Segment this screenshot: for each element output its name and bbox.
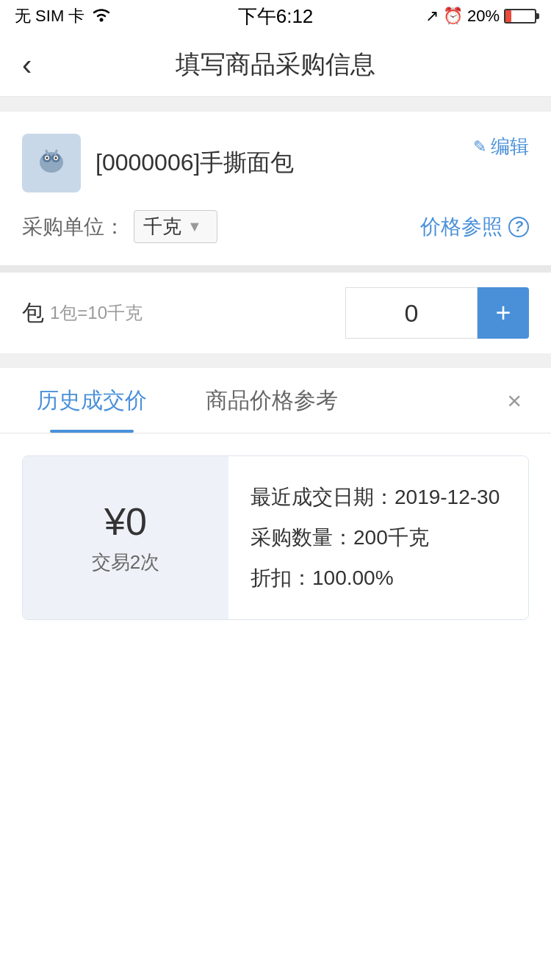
product-header: [0000006]手撕面包 ✎ 编辑: [22, 134, 529, 192]
tab-header: 历史成交价 商品价格参考 ×: [0, 368, 551, 433]
alarm-icon: ⏰: [443, 7, 463, 26]
increment-button[interactable]: +: [478, 287, 529, 339]
battery-pct: 20%: [467, 7, 500, 26]
tab-price-ref-label: 商品价格参考: [206, 386, 338, 416]
wifi-icon: [90, 6, 112, 26]
nav-bar: ‹ 填写商品采购信息: [0, 32, 551, 97]
history-details-panel: 最近成交日期：2019-12-30 采购数量：200千克 折扣：100.00%: [228, 456, 528, 619]
svg-point-1: [40, 152, 63, 173]
quantity-input[interactable]: 0: [345, 287, 478, 339]
battery-icon: [504, 9, 536, 24]
status-left: 无 SIM 卡: [15, 5, 112, 27]
status-time: 下午6:12: [238, 4, 314, 29]
product-name: [0000006]手撕面包: [96, 147, 294, 179]
history-price-panel: ¥0 交易2次: [23, 456, 228, 619]
sim-status: 无 SIM 卡: [15, 5, 84, 27]
quantity-value: 0: [405, 299, 419, 328]
purchase-qty-label: 采购数量：: [251, 526, 353, 549]
quantity-label: 包 1包=10千克: [22, 298, 143, 328]
discount-value: 100.00%: [312, 566, 394, 589]
svg-point-0: [100, 18, 104, 22]
currency-symbol: ¥: [104, 500, 126, 543]
dropdown-arrow-icon: ▼: [187, 218, 202, 235]
product-thumbnail: [22, 134, 81, 192]
unit-select-dropdown[interactable]: 千克 ▼: [134, 210, 217, 243]
quantity-input-area: 0 +: [143, 287, 529, 339]
history-card: ¥0 交易2次 最近成交日期：2019-12-30 采购数量：200千克 折扣：…: [22, 455, 529, 620]
price-ref-label: 价格参照: [420, 213, 503, 241]
edit-icon: ✎: [473, 137, 486, 156]
discount-label: 折扣：: [251, 566, 312, 589]
unit-left: 采购单位： 千克 ▼: [22, 210, 217, 243]
qty-conversion-note: 1包=10千克: [50, 301, 143, 325]
qty-unit-label: 包: [22, 298, 44, 328]
status-bar: 无 SIM 卡 下午6:12 ↗ ⏰ 20%: [0, 0, 551, 32]
unit-value: 千克: [143, 214, 181, 239]
bottom-empty-area: [0, 642, 551, 980]
edit-button[interactable]: ✎ 编辑: [473, 134, 529, 159]
discount-row: 折扣：100.00%: [251, 563, 506, 592]
page-title: 填写商品采购信息: [176, 48, 375, 82]
recent-date-row: 最近成交日期：2019-12-30: [251, 483, 506, 511]
tab-price-reference[interactable]: 商品价格参考: [191, 368, 353, 433]
recent-date-label: 最近成交日期：: [251, 486, 395, 508]
tab-history-label: 历史成交价: [37, 386, 147, 416]
history-content: ¥0 交易2次 最近成交日期：2019-12-30 采购数量：200千克 折扣：…: [0, 433, 551, 642]
purchase-qty-value: 200千克: [353, 526, 429, 549]
svg-point-7: [55, 156, 57, 159]
info-icon: ?: [508, 217, 529, 237]
quantity-row: 包 1包=10千克 0 +: [0, 273, 551, 353]
product-logo-icon: [33, 142, 70, 185]
history-price-value: ¥0: [104, 500, 147, 544]
purchase-qty-row: 采购数量：200千克: [251, 523, 506, 552]
product-left: [0000006]手撕面包: [22, 134, 294, 192]
close-button[interactable]: ×: [500, 379, 529, 422]
location-icon: ↗: [425, 7, 439, 26]
status-right: ↗ ⏰ 20%: [425, 7, 536, 26]
transaction-count: 交易2次: [92, 550, 159, 575]
recent-date-value: 2019-12-30: [395, 486, 500, 508]
price-reference-button[interactable]: 价格参照 ?: [420, 213, 529, 241]
tab-history-price[interactable]: 历史成交价: [22, 368, 162, 433]
back-button[interactable]: ‹: [22, 50, 32, 79]
unit-label: 采购单位：: [22, 213, 125, 241]
section-separator: [0, 265, 551, 273]
svg-point-6: [46, 156, 48, 159]
tab-section: 历史成交价 商品价格参考 × ¥0 交易2次 最近成交日期：2019-12-30…: [0, 368, 551, 642]
product-section: [0000006]手撕面包 ✎ 编辑 采购单位： 千克 ▼ 价格参照 ?: [0, 112, 551, 265]
purchase-unit-row: 采购单位： 千克 ▼ 价格参照 ?: [22, 210, 529, 243]
